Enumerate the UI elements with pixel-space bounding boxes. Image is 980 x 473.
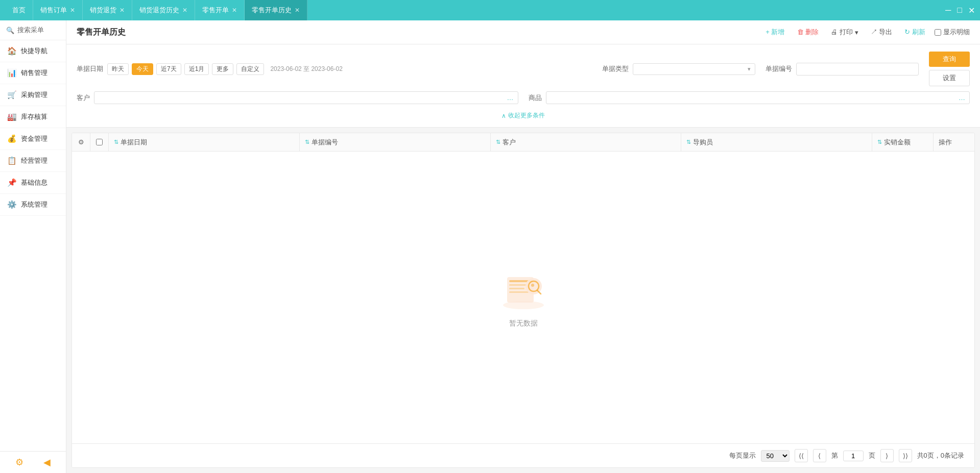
sidebar-item-purchase-mgmt[interactable]: 🛒 采购管理 [0,84,66,106]
select-all-checkbox[interactable] [96,139,103,145]
show-detail-checkbox[interactable]: 显示明细 [935,28,970,37]
close-sales-order[interactable]: ✕ [70,7,75,14]
show-detail-input[interactable] [935,29,941,36]
per-page-select[interactable]: 50 10 20 100 [761,450,790,462]
print-button[interactable]: 🖨 打印 ▾ [828,26,862,39]
date-btn-today[interactable]: 今天 [132,63,153,75]
toolbar: + 新增 🗑 删除 🖨 打印 ▾ ↗ 导出 ↻ 刷新 显示明细 [762,26,970,39]
date-btn-yesterday[interactable]: 昨天 [107,63,129,75]
date-btn-custom[interactable]: 自定义 [236,63,264,75]
top-nav: 首页 销售订单 ✕ 销货退货 ✕ 销货退货历史 ✕ 零售开单 ✕ 零售开单历史 … [0,0,980,20]
query-settings-col: 查询 设置 [929,52,970,86]
tab-home[interactable]: 首页 [5,0,33,20]
prev-page-btn[interactable]: ⟨ [813,449,826,462]
content-area: 零售开单历史 + 新增 🗑 删除 🖨 打印 ▾ ↗ 导出 ↻ 刷新 显示明细 [66,20,980,473]
sidebar-search[interactable]: 🔍 搜索采单 [0,20,66,40]
svg-rect-3 [509,284,528,286]
tab-sales-return-history[interactable]: 销货退货历史 ✕ [132,0,195,20]
product-field: 商品 … [529,91,970,104]
minimize-btn[interactable]: ─ [945,6,951,15]
sort-customer-icon: ⇅ [496,139,500,145]
sidebar-collapse-icon[interactable]: ◀ [43,457,51,468]
empty-illustration [498,267,549,313]
sidebar-item-label: 采购管理 [21,90,47,99]
collapse-label: 收起更多条件 [508,111,545,120]
inventory-icon: 🏭 [7,112,17,121]
maximize-btn[interactable]: □ [957,6,962,15]
finance-icon: 💰 [7,134,17,143]
sidebar-settings-icon[interactable]: ⚙ [15,457,23,468]
next-page-btn[interactable]: ⟩ [880,449,894,462]
sidebar-item-sales-mgmt[interactable]: 📊 销售管理 [0,62,66,84]
product-select[interactable]: … [546,91,970,104]
order-no-input[interactable] [796,63,919,76]
sidebar-item-system-mgmt[interactable]: ⚙️ 系统管理 [0,194,66,216]
date-btn-more[interactable]: 更多 [212,63,233,75]
first-page-btn[interactable]: ⟨⟨ [795,449,808,462]
svg-rect-4 [509,288,524,289]
col-customer[interactable]: ⇅ 客户 [491,133,682,151]
per-page-label: 每页显示 [729,451,756,460]
tab-sales-order[interactable]: 销售订单 ✕ [33,0,83,20]
window-controls: ─ □ ✕ [945,6,975,15]
table-body: 暂无数据 [72,152,974,443]
tab-retail-open-history[interactable]: 零售开单历史 ✕ [245,0,307,20]
search-row-2: 客户 … 商品 … [77,91,970,104]
date-btn-last1month[interactable]: 近1月 [184,63,209,75]
pagination: 每页显示 50 10 20 100 ⟨⟨ ⟨ 第 页 ⟩ ⟩⟩ 共0页，0条记录 [72,443,974,467]
sidebar-item-finance[interactable]: 💰 资金管理 [0,128,66,150]
customer-select[interactable]: … [94,91,518,104]
order-type-select[interactable]: ▾ [633,63,755,75]
customer-label: 客户 [77,93,90,103]
tab-retail-open[interactable]: 零售开单 ✕ [195,0,245,20]
collapse-chevron-icon: ∧ [501,112,506,119]
date-btn-last7days[interactable]: 近7天 [156,63,181,75]
col-amount[interactable]: ⇅ 实销金额 [872,133,934,151]
sidebar-item-label: 库存核算 [21,112,47,121]
date-range: 2023-06-02 至 2023-06-02 [270,65,342,73]
print-dropdown-icon[interactable]: ▾ [855,29,858,36]
product-label: 商品 [529,93,542,103]
table-select-all[interactable] [90,133,109,151]
search-icon: 🔍 [6,27,14,34]
sidebar-item-label: 销售管理 [21,68,47,78]
col-salesperson[interactable]: ⇅ 导购员 [681,133,872,151]
close-sales-return-history[interactable]: ✕ [182,7,187,14]
empty-state: 暂无数据 [498,267,549,328]
search-row-1: 单据日期 昨天 今天 近7天 近1月 更多 自定义 2023-06-02 至 2… [77,52,970,86]
product-dots[interactable]: … [959,94,965,102]
sidebar-item-inventory[interactable]: 🏭 库存核算 [0,106,66,128]
settings-button[interactable]: 设置 [929,70,970,86]
date-filters: 昨天 今天 近7天 近1月 更多 自定义 [107,63,264,75]
main-layout: 🔍 搜索采单 🏠 快捷导航 📊 销售管理 🛒 采购管理 🏭 库存核算 💰 资金管… [0,20,980,473]
sidebar-item-label: 快捷导航 [21,46,47,56]
basicinfo-icon: 📌 [7,178,17,187]
sidebar-item-label: 经营管理 [21,156,47,165]
query-button[interactable]: 查询 [929,52,970,67]
close-retail-open[interactable]: ✕ [232,7,237,14]
empty-text: 暂无数据 [509,319,538,328]
sidebar-item-label: 资金管理 [21,134,47,143]
col-date[interactable]: ⇅ 单据日期 [109,133,300,151]
window-close-btn[interactable]: ✕ [968,6,975,15]
sidebar-item-operations[interactable]: 📋 经营管理 [0,150,66,172]
add-button[interactable]: + 新增 [762,26,787,39]
last-page-btn[interactable]: ⟩⟩ [899,449,912,462]
col-action: 操作 [934,133,974,151]
col-no[interactable]: ⇅ 单据编号 [300,133,491,151]
sidebar-item-quick-nav[interactable]: 🏠 快捷导航 [0,40,66,62]
export-button[interactable]: ↗ 导出 [868,26,896,39]
sidebar: 🔍 搜索采单 🏠 快捷导航 📊 销售管理 🛒 采购管理 🏭 库存核算 💰 资金管… [0,20,66,473]
refresh-button[interactable]: ↻ 刷新 [901,26,928,39]
search-panel: 单据日期 昨天 今天 近7天 近1月 更多 自定义 2023-06-02 至 2… [66,44,980,128]
customer-dots[interactable]: … [507,94,514,102]
page-input[interactable] [843,451,864,461]
sidebar-item-label: 基础信息 [21,178,47,187]
table-settings-icon[interactable]: ⚙ [72,133,90,151]
tab-sales-return[interactable]: 销货退货 ✕ [83,0,132,20]
close-retail-open-history[interactable]: ✕ [295,7,300,14]
collapse-button[interactable]: ∧ 收起更多条件 [77,109,970,122]
sidebar-item-basic-info[interactable]: 📌 基础信息 [0,172,66,194]
delete-button[interactable]: 🗑 删除 [794,26,822,39]
close-sales-return[interactable]: ✕ [119,7,125,14]
